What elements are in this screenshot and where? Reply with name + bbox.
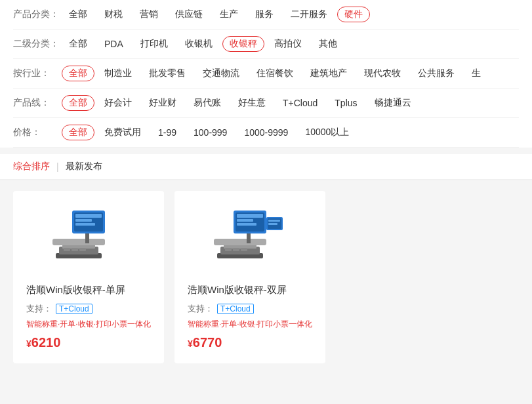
support-label-1: 支持： bbox=[26, 303, 52, 315]
svg-rect-28 bbox=[233, 248, 239, 251]
sub-camera[interactable]: 高拍仪 bbox=[267, 36, 309, 52]
price-free[interactable]: 免费试用 bbox=[97, 125, 148, 140]
industry-manufacturing[interactable]: 制造业 bbox=[97, 66, 139, 81]
product-category-label: 产品分类： bbox=[13, 9, 59, 20]
product-image-1 bbox=[26, 204, 151, 276]
support-label-2: 支持： bbox=[188, 303, 213, 315]
sub-printer[interactable]: 打印机 bbox=[133, 36, 175, 52]
svg-rect-26 bbox=[268, 223, 277, 225]
price-row: 价格： 全部 免费试用 1-99 100-999 1000-9999 10000… bbox=[13, 118, 519, 148]
industry-more[interactable]: 生 bbox=[464, 66, 488, 81]
industry-all[interactable]: 全部 bbox=[62, 66, 94, 81]
category-fuwu[interactable]: 服务 bbox=[248, 7, 281, 22]
product-card-2[interactable]: 浩顺Win版收银秤-双屏 支持： T+Cloud 智能称重·开单·收银·打印小票… bbox=[174, 191, 325, 363]
product-name-1: 浩顺Win版收银秤-单屏 bbox=[26, 284, 151, 296]
line-tplus[interactable]: Tplus bbox=[327, 96, 364, 110]
svg-rect-27 bbox=[225, 248, 232, 251]
industry-label: 按行业： bbox=[13, 68, 59, 79]
industry-row: 按行业： 全部 制造业 批发零售 交通物流 住宿餐饮 建筑地产 现代农牧 公共服… bbox=[13, 59, 519, 89]
svg-rect-12 bbox=[79, 248, 86, 251]
product-card-1[interactable]: 浩顺Win版收银秤-单屏 支持： T+Cloud 智能称重·开单·收银·打印小票… bbox=[13, 191, 164, 363]
sub-all[interactable]: 全部 bbox=[62, 36, 94, 52]
industry-transport[interactable]: 交通物流 bbox=[195, 66, 247, 81]
category-erkaifuwu[interactable]: 二开服务 bbox=[283, 7, 335, 22]
price-10000plus[interactable]: 10000以上 bbox=[298, 125, 356, 140]
svg-rect-10 bbox=[64, 248, 70, 251]
category-caishui[interactable]: 财税 bbox=[97, 7, 130, 22]
line-changjiecloud[interactable]: 畅捷通云 bbox=[367, 95, 419, 111]
category-yingxiao[interactable]: 营销 bbox=[133, 7, 165, 22]
product-line-row: 产品线： 全部 好会计 好业财 易代账 好生意 T+Cloud Tplus 畅捷… bbox=[13, 89, 519, 118]
price-1000-9999[interactable]: 1000-9999 bbox=[237, 125, 295, 140]
sort-divider: | bbox=[56, 161, 59, 172]
sub-pda[interactable]: PDA bbox=[97, 37, 131, 51]
sub-category-label: 二级分类： bbox=[13, 38, 59, 50]
svg-rect-22 bbox=[237, 223, 256, 226]
price-value-2: 6770 bbox=[193, 335, 222, 350]
svg-rect-7 bbox=[75, 214, 102, 218]
industry-construction[interactable]: 建筑地产 bbox=[303, 66, 354, 81]
product-image-2 bbox=[188, 204, 312, 276]
sub-cashier[interactable]: 收银机 bbox=[178, 36, 220, 52]
category-shengchan[interactable]: 生产 bbox=[213, 7, 245, 22]
price-symbol-2: ¥ bbox=[188, 338, 193, 349]
product-support-2: 支持： T+Cloud bbox=[188, 303, 312, 315]
category-gongyinglian[interactable]: 供应链 bbox=[168, 7, 210, 22]
svg-rect-11 bbox=[72, 248, 78, 251]
svg-rect-3 bbox=[52, 239, 105, 245]
product-line-label: 产品线： bbox=[13, 97, 59, 109]
sort-latest[interactable]: 最新发布 bbox=[66, 161, 102, 172]
sub-scale[interactable]: 收银秤 bbox=[222, 36, 264, 52]
price-label: 价格： bbox=[13, 127, 59, 138]
svg-rect-9 bbox=[75, 223, 95, 226]
line-yidaizhang[interactable]: 易代账 bbox=[186, 95, 228, 111]
category-all[interactable]: 全部 bbox=[62, 7, 94, 22]
sub-category-row: 二级分类： 全部 PDA 打印机 收银机 收银秤 高拍仪 其他 bbox=[13, 30, 519, 59]
svg-rect-25 bbox=[268, 220, 280, 222]
price-value-1: 6210 bbox=[31, 335, 61, 350]
svg-rect-8 bbox=[75, 219, 92, 222]
product-category-row: 产品分类： 全部 财税 营销 供应链 生产 服务 二开服务 硬件 bbox=[13, 0, 519, 30]
sort-bar: 综合排序 | 最新发布 bbox=[0, 154, 532, 180]
industry-agriculture[interactable]: 现代农牧 bbox=[357, 66, 408, 81]
product-price-2: ¥6770 bbox=[188, 335, 312, 350]
svg-rect-29 bbox=[241, 248, 247, 251]
svg-rect-21 bbox=[237, 219, 253, 222]
industry-wholesale[interactable]: 批发零售 bbox=[142, 66, 193, 81]
price-100-999[interactable]: 100-999 bbox=[186, 125, 234, 140]
product-price-1: ¥6210 bbox=[26, 335, 151, 350]
product-desc-1: 智能称重·开单·收银·打印小票一体化 bbox=[26, 319, 151, 330]
support-tag-2: T+Cloud bbox=[217, 304, 254, 314]
product-desc-2: 智能称重·开单·收银·打印小票一体化 bbox=[188, 319, 312, 330]
line-haokuaiji[interactable]: 好会计 bbox=[97, 95, 139, 111]
filter-section: 产品分类： 全部 财税 营销 供应链 生产 服务 二开服务 硬件 二级分类： 全… bbox=[0, 0, 532, 148]
sub-other[interactable]: 其他 bbox=[312, 36, 344, 52]
svg-rect-16 bbox=[214, 239, 266, 245]
line-haoshengyi[interactable]: 好生意 bbox=[231, 95, 273, 111]
price-symbol-1: ¥ bbox=[26, 338, 31, 349]
industry-public[interactable]: 公共服务 bbox=[411, 66, 462, 81]
price-1-99[interactable]: 1-99 bbox=[151, 125, 184, 140]
support-tag-1: T+Cloud bbox=[56, 304, 92, 314]
line-tcloud[interactable]: T+Cloud bbox=[276, 96, 325, 110]
line-haoyecai[interactable]: 好业财 bbox=[142, 95, 184, 111]
industry-hotel[interactable]: 住宿餐饮 bbox=[249, 66, 300, 81]
price-all[interactable]: 全部 bbox=[62, 125, 94, 140]
category-yingjian[interactable]: 硬件 bbox=[337, 7, 370, 22]
products-grid: 浩顺Win版收银秤-单屏 支持： T+Cloud 智能称重·开单·收银·打印小票… bbox=[0, 180, 532, 374]
svg-rect-20 bbox=[237, 214, 263, 218]
sort-comprehensive[interactable]: 综合排序 bbox=[13, 161, 50, 172]
product-support-1: 支持： T+Cloud bbox=[26, 303, 151, 315]
line-all[interactable]: 全部 bbox=[62, 95, 94, 111]
product-name-2: 浩顺Win版收银秤-双屏 bbox=[188, 284, 312, 296]
